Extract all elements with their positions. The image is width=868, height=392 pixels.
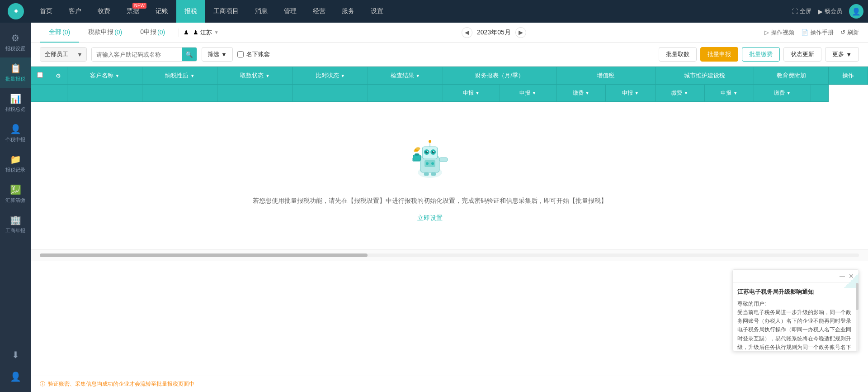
personal-tax-icon: 👤 <box>10 124 21 134</box>
member-btn[interactable]: ▶ 畅会员 <box>818 7 842 15</box>
svg-point-8 <box>433 151 434 152</box>
svg-point-7 <box>426 151 427 152</box>
nav-fee[interactable]: 收费 <box>90 0 118 23</box>
notification-body: 江苏电子税务局升级影响通知 尊敬的用户: 受当前电子税务局进一步升级的影响，同一… <box>733 283 859 351</box>
nav-operation[interactable]: 经营 <box>305 0 334 23</box>
video-icon: ▷ <box>764 29 769 36</box>
scrollbar-h-area <box>31 249 868 261</box>
batch-pay-btn[interactable]: 批量缴费 <box>742 47 780 62</box>
search-button[interactable]: 🔍 <box>182 47 197 62</box>
th-tax-type: 纳税性质 ▼ <box>142 67 217 85</box>
select-all-checkbox[interactable] <box>37 72 43 78</box>
setup-link[interactable]: 立即设置 <box>417 214 443 222</box>
filter-icon-compare[interactable]: ▼ <box>340 73 345 78</box>
th-financial-report: 财务报表（月/季） <box>443 67 557 85</box>
filter-icon-fin-dec[interactable]: ▼ <box>475 91 480 96</box>
sidebar-item-tax-settings[interactable]: ⚙ 报税设置 <box>0 27 31 57</box>
filter-icon-edu-pay[interactable]: ▼ <box>786 91 791 96</box>
sidebar-item-settlement[interactable]: 💹 汇算清缴 <box>0 179 31 209</box>
sidebar-item-personal-tax[interactable]: 👤 个税申报 <box>0 118 31 148</box>
sidebar-item-user[interactable]: 👤 <box>0 366 31 387</box>
fullscreen-btn[interactable]: ⛶ 全屏 <box>792 7 811 15</box>
sidebar-item-tax-records[interactable]: 📁 报税记录 <box>0 148 31 179</box>
table-body: 若您想使用批量报税功能，请先在【报税设置】中进行报税的初始化设置，完成密码验证和… <box>31 102 868 250</box>
notification-scrollbar-thumb <box>856 283 859 310</box>
filter-icon-customer[interactable]: ▼ <box>115 73 119 78</box>
svg-rect-12 <box>439 158 448 162</box>
filter-icon-edu-dec[interactable]: ▼ <box>733 91 738 96</box>
nav-home[interactable]: 首页 <box>32 0 61 23</box>
account-checkbox[interactable] <box>237 51 244 57</box>
batch-tax-icon: 📋 <box>10 63 21 74</box>
notification-close-btn[interactable]: ✕ <box>849 272 854 280</box>
nav-manage[interactable]: 管理 <box>276 0 305 23</box>
nav-items: 首页 客户 收费 票据 NEW 记账 报税 工商项目 消息 管理 经营 服务 设… <box>32 0 792 23</box>
nav-tax[interactable]: 报税 <box>176 0 205 23</box>
region-selector[interactable]: ♟ ♟ 江苏 ▼ <box>179 29 223 37</box>
filter-icon-vat-dec[interactable]: ▼ <box>532 91 537 96</box>
filter-icon-city-dec[interactable]: ▼ <box>634 91 639 96</box>
logo[interactable]: ✦ <box>5 2 27 20</box>
search-input[interactable] <box>92 48 182 61</box>
filter-icon-vat-pay[interactable]: ▼ <box>585 91 590 96</box>
nav-message[interactable]: 消息 <box>247 0 276 23</box>
batch-declare-btn[interactable]: 批量申报 <box>700 47 738 62</box>
prev-month-btn[interactable]: ◀ <box>462 27 472 38</box>
sidebar-item-download[interactable]: ⬇ <box>0 344 31 366</box>
bottom-warning: ⓘ 验证账密、采集信息均成功的企业才会流转至批量报税页面中 <box>40 380 194 388</box>
notification-title: 江苏电子税务局升级影响通知 <box>737 287 854 297</box>
region-dropdown-icon: ▼ <box>214 30 219 35</box>
employee-dropdown-icon[interactable]: ▼ <box>73 48 86 61</box>
checkbox-account[interactable]: 名下账套 <box>237 50 270 58</box>
sidebar-item-batch-tax[interactable]: 📋 批量报税 <box>0 57 31 88</box>
nav-ticket[interactable]: 票据 NEW <box>118 0 147 23</box>
region-icon: ♟ <box>184 29 189 36</box>
nav-settings[interactable]: 设置 <box>363 0 392 23</box>
svg-point-17 <box>415 147 420 150</box>
sidebar-item-tax-overview[interactable]: 📊 报税总览 <box>0 88 31 118</box>
employee-select-label: 全部员工 <box>40 48 73 61</box>
operation-video-btn[interactable]: ▷ 操作视频 <box>764 29 794 37</box>
refresh-icon: ↺ <box>840 29 845 36</box>
th2-edu-declare: 申报 ▼ <box>704 85 754 102</box>
next-month-btn[interactable]: ▶ <box>515 27 526 38</box>
nav-business[interactable]: 工商项目 <box>205 0 247 23</box>
nav-bookkeeping[interactable]: 记账 <box>147 0 176 23</box>
operation-manual-btn[interactable]: 📄 操作手册 <box>801 29 834 37</box>
batch-fetch-btn[interactable]: 批量取数 <box>659 47 697 62</box>
member-icon: ▶ <box>818 8 823 15</box>
tab-zero-declare[interactable]: 0申报 (0) <box>131 23 174 43</box>
top-nav: ✦ 首页 客户 收费 票据 NEW 记账 报税 工商项目 消息 管理 经营 服务… <box>0 0 868 23</box>
filter-button[interactable]: 筛选 ▼ <box>202 47 233 62</box>
sidebar-item-annual-report[interactable]: 🏢 工商年报 <box>0 209 31 239</box>
tab-all[interactable]: 全部 (0) <box>40 23 79 43</box>
nav-customer[interactable]: 客户 <box>61 0 90 23</box>
settlement-icon: 💹 <box>10 184 21 195</box>
tab-tax-declare[interactable]: 税款申报 (0) <box>79 23 131 43</box>
th-settings[interactable]: ⚙ <box>49 67 67 85</box>
toolbar: 全部员工 ▼ 🔍 筛选 ▼ 名下账套 批量取数 <box>31 43 868 67</box>
sub-nav: 全部 (0) 税款申报 (0) 0申报 (0) ♟ ♟ 江苏 ▼ ◀ 2023年… <box>31 23 868 43</box>
employee-select[interactable]: 全部员工 ▼ <box>40 47 87 62</box>
horizontal-scrollbar[interactable] <box>40 253 859 257</box>
status-update-btn[interactable]: 状态更新 <box>783 47 821 62</box>
nav-right: ⛶ 全屏 ▶ 畅会员 👤 <box>792 4 863 19</box>
th-customer-name: 客户名称 ▼ <box>67 67 142 85</box>
th2-vat-declare: 申报 ▼ <box>500 85 557 102</box>
refresh-btn[interactable]: ↺ 刷新 <box>840 29 859 37</box>
download-icon: ⬇ <box>10 349 21 360</box>
search-icon: 🔍 <box>185 51 193 58</box>
notification-minimize-btn[interactable]: — <box>840 273 845 279</box>
filter-icon-check[interactable]: ▼ <box>415 73 420 78</box>
filter-icon-city-pay[interactable]: ▼ <box>684 91 688 96</box>
more-btn[interactable]: 更多 ▼ <box>825 47 859 62</box>
avatar[interactable]: 👤 <box>849 4 863 19</box>
filter-icon-tax-type[interactable]: ▼ <box>190 73 195 78</box>
th2-vat-pay: 缴费 ▼ <box>557 85 606 102</box>
notification-scrollbar[interactable] <box>856 283 859 351</box>
th-education-fee: 教育费附加 <box>754 67 829 85</box>
filter-icon-fetch[interactable]: ▼ <box>265 73 270 78</box>
robot-illustration <box>403 129 457 183</box>
nav-service[interactable]: 服务 <box>334 0 363 23</box>
tax-records-icon: 📁 <box>10 154 21 165</box>
